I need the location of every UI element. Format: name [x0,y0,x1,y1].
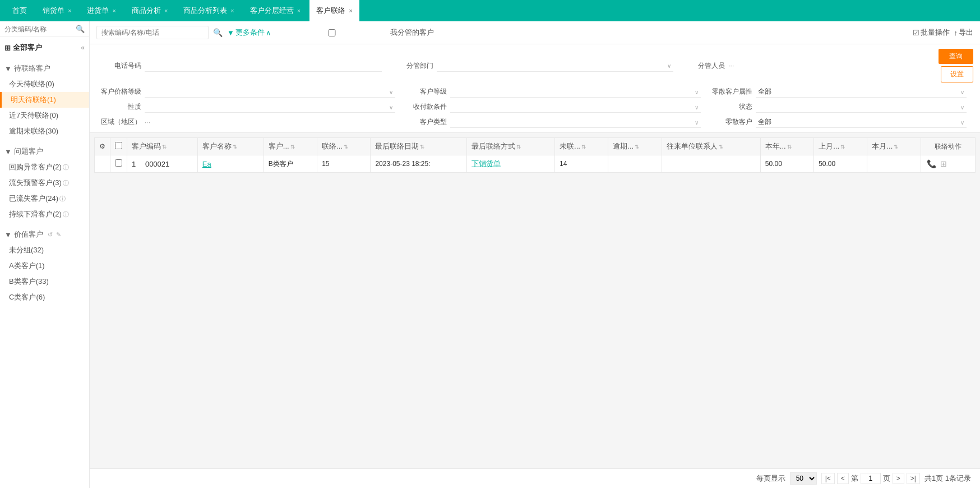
search-input[interactable] [96,26,209,39]
payment-select[interactable] [450,101,701,113]
next-page-button[interactable]: > [893,473,904,484]
close-product-analysis-icon[interactable]: × [164,7,168,14]
sidebar-item-overdue-pending[interactable]: 逾期未联络(30) [0,123,89,139]
sidebar-item-churn-warning[interactable]: 流失预警客户(3) ⓘ [0,175,89,191]
close-customer-tier-icon[interactable]: × [297,7,301,14]
sidebar-item-abnormal-repurchase[interactable]: 回购异常客户(2) ⓘ [0,159,89,175]
filter-retail-attr: 零散客户属性 全部 ∨ [708,86,973,98]
query-button[interactable]: 查询 [939,49,973,64]
retail-customer-label: 零散客户 [708,117,752,127]
export-button[interactable]: ↑ 导出 [954,27,974,38]
th-contact-person[interactable]: 往来单位联系人 ⇅ [662,138,760,155]
last-page-button[interactable]: >| [907,473,920,484]
manager-label: 分管人员 [680,61,725,71]
sidebar-item-tomorrow-pending[interactable]: 明天待联络(1) [0,92,89,108]
th-last-contact-method[interactable]: 最后联络方式 ⇅ [467,138,555,155]
more-conditions-button[interactable]: ▼ 更多条件 ∧ [227,27,271,38]
row-this-month [867,155,921,173]
prev-page-button[interactable]: < [837,473,849,484]
price-level-select[interactable] [145,86,395,98]
th-customer-type[interactable]: 客户... ⇅ [264,138,317,155]
problem-group-title[interactable]: ▼ 问题客户 [0,144,89,159]
region-dots[interactable]: ··· [145,118,150,126]
pending-group-title[interactable]: ▼ 待联络客户 [0,61,89,76]
nav-customer-tier[interactable]: 客户分层经营 × [243,0,307,21]
th-last-contact-date[interactable]: 最后联络日期 ⇅ [371,138,467,155]
select-all-checkbox[interactable] [115,142,122,149]
my-customers-filter[interactable]: 我分管的客户 [276,27,434,38]
refresh-icon[interactable]: ↺ [48,231,53,238]
th-customer-name[interactable]: 客户名称 ⇅ [197,138,264,155]
row-name[interactable]: Ea [197,155,264,173]
nav-product-analysis-list[interactable]: 商品分析列表 × [177,0,241,21]
th-this-month[interactable]: 本月... ⇅ [867,138,921,155]
customer-type-select[interactable] [450,116,701,128]
all-customers-title[interactable]: ⊞ 全部客户 « [0,39,89,56]
batch-operation-button[interactable]: ☑ 批量操作 [913,27,950,38]
row-settings [95,155,110,173]
sidebar-item-today-pending[interactable]: 今天待联络(0) [0,76,89,92]
value-group-title[interactable]: ▼ 价值客户 ↺ ✎ [0,227,89,242]
sidebar-item-class-b[interactable]: B类客户(33) [0,274,89,289]
checkbox-col-header[interactable] [110,138,127,155]
info-icon-1: ⓘ [63,179,69,187]
customer-name-link[interactable]: Ea [202,160,211,168]
retail-customer-select[interactable]: 全部 [756,116,967,128]
status-select[interactable] [756,101,967,113]
phone-input[interactable] [145,60,382,72]
page-size-select[interactable]: 50 [790,472,817,485]
sidebar-item-class-c[interactable]: C类客户(6) [0,289,89,305]
sort-icon-type: ⇅ [290,144,295,150]
info-icon-3: ⓘ [63,210,69,219]
nav-product-analysis[interactable]: 商品分析 × [125,0,174,21]
settings-button[interactable]: 设置 [941,66,973,82]
nav-sales-order[interactable]: 销货单 × [36,0,78,21]
retail-attr-select[interactable]: 全部 [756,86,967,98]
nav-home[interactable]: 首页 [6,0,34,21]
th-this-year[interactable]: 本年... ⇅ [760,138,813,155]
customer-level-select[interactable] [450,86,701,98]
nav-customer-contact[interactable]: 客户联络 × [309,0,359,21]
row-actions: 📞 ⊞ [921,155,975,173]
search-button[interactable]: 🔍 [213,28,223,37]
manager-dots[interactable]: ··· [728,62,734,70]
close-product-list-icon[interactable]: × [230,7,234,14]
settings-col-header[interactable]: ⚙ [95,138,110,155]
gender-select[interactable] [145,101,395,113]
nav-purchase-order[interactable]: 进货单 × [80,0,122,21]
gender-select-wrap: ∨ [145,101,395,113]
dept-select[interactable] [437,60,674,72]
sort-icon-name: ⇅ [233,144,237,150]
row-checkbox[interactable] [110,155,127,173]
th-overdue[interactable]: 逾期... ⇅ [608,138,662,155]
th-contact-count[interactable]: 联络... ⇅ [317,138,371,155]
row-this-year: 50.00 [760,155,813,173]
contact-method-link[interactable]: 下销货单 [471,159,501,168]
th-customer-code[interactable]: 客户编码 ⇅ [127,138,198,155]
sidebar-item-declining[interactable]: 持续下滑客户(2) ⓘ [0,206,89,222]
sidebar-item-7days-pending[interactable]: 近7天待联络(0) [0,108,89,123]
pending-arrow-icon: ▼ [4,65,12,73]
sidebar-search-icon[interactable]: 🔍 [76,25,85,33]
close-purchase-order-icon[interactable]: × [112,7,115,14]
my-customers-checkbox[interactable] [276,29,388,36]
main-layout: 🔍 ⊞ 全部客户 « ▼ 待联络客户 今天待联络(0) 明天待联络(1) 近7天… [0,21,980,488]
close-customer-contact-icon[interactable]: × [349,7,352,14]
info-icon-0: ⓘ [63,163,69,172]
row-last-method[interactable]: 下销货单 [467,155,555,173]
grid-action-icon[interactable]: ⊞ [940,159,947,168]
phone-action-icon[interactable]: 📞 [927,159,936,168]
row-select-checkbox[interactable] [115,159,122,167]
th-last-month[interactable]: 上月... ⇅ [814,138,867,155]
sidebar-item-ungrouped[interactable]: 未分组(32) [0,242,89,258]
page-input[interactable] [861,473,881,484]
close-sales-order-icon[interactable]: × [68,7,71,14]
collapse-button[interactable]: « [81,44,85,52]
th-uncontacted[interactable]: 未联... ⇅ [555,138,608,155]
sidebar-item-class-a[interactable]: A类客户(1) [0,258,89,274]
sidebar-search-area: 🔍 [0,21,89,37]
sidebar-search-input[interactable] [4,25,73,33]
sidebar-item-churned[interactable]: 已流失客户(24) ⓘ [0,191,89,206]
first-page-button[interactable]: |< [821,473,835,484]
edit-icon[interactable]: ✎ [56,231,61,238]
